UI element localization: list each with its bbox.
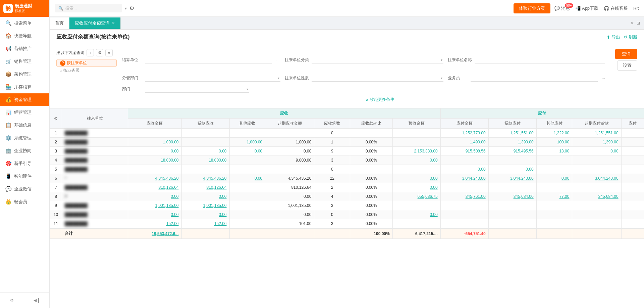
topbar-gear-icon[interactable]: ⚙ <box>129 5 134 11</box>
cell-ar-loan-5: 4,345,436.20 <box>181 174 229 183</box>
topbar-service-button[interactable]: 🎧 在线客服 <box>604 5 628 11</box>
topbar-search-area[interactable]: 🔍 搜索... <box>55 4 122 12</box>
cell-ar-amount-7: 0.00 <box>128 192 181 201</box>
cell-ar-other-6 <box>229 183 265 192</box>
export-button[interactable]: ⬆ 导出 <box>606 34 620 40</box>
partner-nature-select[interactable] <box>312 75 443 82</box>
tab-home[interactable]: 首页 <box>50 17 69 29</box>
partner-name-input[interactable] <box>475 56 605 63</box>
topbar-cta-button[interactable]: 体验行业方案 <box>514 3 550 13</box>
logo-text: 畅捷通财 标准版 <box>15 3 32 13</box>
tab-maximize-icon[interactable]: ⊡ <box>637 21 640 26</box>
operations-icon: 📊 <box>5 109 11 116</box>
cell-ap-loan-9 <box>488 210 536 219</box>
topbar-message-button[interactable]: 💬 消息 99+ <box>554 5 570 11</box>
department-select[interactable] <box>145 86 249 93</box>
table-container[interactable]: ⚙ 往来单位 应收 应付 应收金额 贷款应收 其他应收 超期应收金额 应收笔数 … <box>50 108 644 308</box>
message-badge: 99+ <box>565 3 573 8</box>
cell-ar-count-1: 1 <box>314 138 350 147</box>
tab-bar: 首页 应收应付余额查询 ✕ ✕ ⊡ <box>50 17 644 30</box>
cell-ar-other-4 <box>229 165 265 174</box>
cell-no-8: 9 <box>50 201 62 210</box>
scheme-partner-icon: P <box>60 60 65 66</box>
refresh-icon: ↺ <box>624 35 627 40</box>
col-ap-amount: 应付金额 <box>440 119 488 129</box>
sidebar-item-system[interactable]: ⚙️ 系统管理 <box>0 132 49 144</box>
cell-ap-overdue-9 <box>572 210 621 219</box>
salesman-dots-icon[interactable]: ··· <box>602 76 605 81</box>
settlement-dots-icon[interactable]: ··· <box>276 57 279 62</box>
cell-ar-amount-0 <box>128 129 181 138</box>
cell-ar-amount-3: 18,000.00 <box>128 156 181 165</box>
sidebar-item-corp[interactable]: 🏢 企业协同 <box>0 144 49 157</box>
sidebar-item-purchase[interactable]: 📦 采购管理 <box>0 68 49 81</box>
cell-ap-loan-0: 1,251,551.00 <box>488 129 536 138</box>
page-actions: ⬆ 导出 ↺ 刷新 <box>606 34 637 40</box>
sidebar-item-search[interactable]: 🔍 搜索菜单 <box>0 17 49 30</box>
filter-settings-button[interactable]: 设置 <box>617 60 637 71</box>
cell-ap-other-7: 77.00 <box>536 192 572 201</box>
topbar-nav: 🔍 搜索... ▾ ⚙ <box>55 4 509 12</box>
sidebar-collapse-button[interactable]: ◀▐ <box>28 295 45 305</box>
refresh-button[interactable]: ↺ 刷新 <box>624 34 637 40</box>
cell-ar-loan-10: 152.00 <box>181 219 229 229</box>
query-button[interactable]: 查询 <box>615 49 637 59</box>
table-row: 2 ████████ 1,000.00 1,000.00 1,000.00 1 … <box>50 138 644 147</box>
cell-ap-overdue-5: 3,044,240.00 <box>572 174 621 183</box>
collapse-more-button[interactable]: ∧ 收起更多条件 <box>364 95 395 104</box>
topbar-username[interactable]: Rit <box>633 6 639 11</box>
sidebar-item-newbie[interactable]: 🎯 新手引导 <box>0 157 49 170</box>
scheme-by-partner[interactable]: P 按往来单位 <box>56 59 117 67</box>
collapse-scheme-button[interactable]: « <box>105 49 113 56</box>
cell-ar-amount-9: 0.00 <box>128 210 181 219</box>
table-row: 7 ████████ 810,126.64 810,126.64 810,126… <box>50 183 644 192</box>
topbar-chevron-icon[interactable]: ▾ <box>125 6 127 11</box>
sidebar-item-finance[interactable]: 💰 资金管理 <box>0 93 49 106</box>
table-settings-icon[interactable]: ⚙ <box>54 116 58 121</box>
filter-field-partner-nature: 往来单位性质 ▾ <box>285 75 442 82</box>
filter-toolbar-label: 按以下方案查询 <box>56 50 85 56</box>
inventory-icon: 🏪 <box>5 84 11 90</box>
settings-scheme-button[interactable]: ⚙ <box>96 49 103 56</box>
cell-ap-loan-1: 1,390.00 <box>488 138 536 147</box>
sidebar-item-operations[interactable]: 📊 经营管理 <box>0 106 49 119</box>
col-group-ap: 应付 <box>440 108 644 119</box>
cell-ar-loan-7: 0.00 <box>181 192 229 201</box>
footer-label: 合计 <box>62 228 128 239</box>
cell-ap-amount-8 <box>440 201 488 210</box>
tab-bar-actions: ✕ ⊡ <box>627 21 644 26</box>
scheme-by-salesman[interactable]: ○ 按业务员 <box>56 67 117 74</box>
cell-partner-4: ████████ <box>62 165 128 174</box>
salesman-input[interactable] <box>471 75 598 82</box>
sidebar-item-marketing[interactable]: 📢 营销推广 <box>0 42 49 55</box>
tab-close-icon[interactable]: ✕ <box>112 21 115 26</box>
sidebar-item-quicknav[interactable]: 🏠 快捷导航 <box>0 30 49 42</box>
settlement-input[interactable] <box>145 56 272 63</box>
sidebar-item-inventory[interactable]: 🏪 库存核算 <box>0 81 49 93</box>
sidebar-item-basic[interactable]: 📋 基础信息 <box>0 119 49 132</box>
cell-ar-loan-0 <box>181 129 229 138</box>
sidebar-item-hardware[interactable]: 📱 智能硬件 <box>0 170 49 183</box>
table-row: 4 ████████ 18,000.00 18,000.00 9,000.00 … <box>50 156 644 165</box>
collapse-up-icon: ∧ <box>366 97 369 102</box>
wechat-icon: 💬 <box>5 186 11 192</box>
tab-close-all-icon[interactable]: ✕ <box>631 21 634 26</box>
tab-arbalance[interactable]: 应收应付余额查询 ✕ <box>69 17 121 29</box>
topbar: 🔍 搜索... ▾ ⚙ 体验行业方案 💬 消息 99+ 📲 App下载 🎧 在线… <box>50 0 644 17</box>
cell-ap-amount-4: 0.00 <box>440 165 488 174</box>
export-icon: ⬆ <box>606 35 610 40</box>
sidebar-item-sales[interactable]: 🛒 销售管理 <box>0 55 49 68</box>
add-scheme-button[interactable]: ＋ <box>87 49 94 56</box>
cell-ap-amount-5: 3,044,240.00 <box>440 174 488 183</box>
filter-field-settlement: 结算单位 ··· <box>122 56 279 63</box>
sidebar-item-wechat[interactable]: 💬 企业微信 <box>0 183 49 195</box>
cell-ar-count-3: 3 <box>314 156 350 165</box>
dept-select[interactable] <box>145 75 280 82</box>
sidebar-item-member[interactable]: 👑 畅会员 <box>0 195 49 208</box>
cell-ap-amount-9 <box>440 210 488 219</box>
cell-ar-loan-1 <box>181 138 229 147</box>
sidebar-settings-button[interactable]: ⚙ <box>5 295 19 305</box>
partner-category-select[interactable] <box>312 56 443 63</box>
topbar-app-download-button[interactable]: 📲 App下载 <box>575 5 598 11</box>
cell-ar-ratio-9: 0.00% <box>350 210 392 219</box>
